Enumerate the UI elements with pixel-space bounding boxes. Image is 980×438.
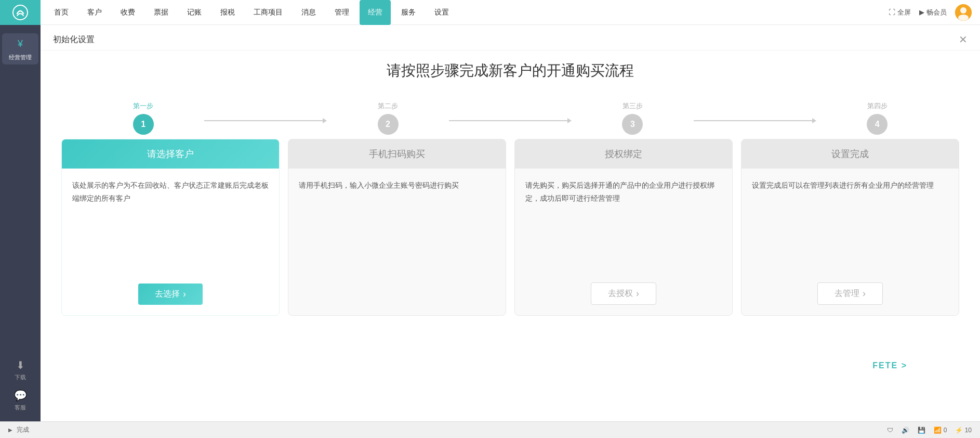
- yuan-icon: ¥: [13, 37, 28, 51]
- top-nav-right: ⛶ 全屏 ▶ 畅会员: [889, 4, 980, 21]
- nav-items: 首页 客户 收费 票据 记账 报税 工商项目 消息 管理 经营 服务 设置: [41, 0, 889, 25]
- card2-footer: [288, 299, 506, 315]
- step4-label: 第四步: [867, 101, 888, 111]
- card-2: 手机扫码购买 请用手机扫码，输入小微企业主账号密码进行购买: [288, 139, 506, 316]
- sidebar-item-label: 经营管理: [9, 54, 32, 61]
- fete-banner: FETE >: [872, 361, 907, 370]
- fullscreen-button[interactable]: ⛶ 全屏: [889, 8, 911, 17]
- content-area: 请按照步骤完成新客户的开通购买流程 第一步 1 第二步 2: [41, 50, 980, 416]
- card4-body: 设置完成后可以在管理列表进行所有企业用户的经营管理: [741, 169, 959, 276]
- card3-header: 授权绑定: [515, 139, 732, 169]
- nav-service[interactable]: 服务: [393, 0, 424, 25]
- steps-row: 第一步 1 第二步 2 第三步 3: [61, 101, 959, 139]
- card4-header: 设置完成: [741, 139, 959, 169]
- card4-btn-label: 去管理: [835, 288, 859, 299]
- step1-label: 第一步: [133, 101, 153, 111]
- card3-btn-arrow: ›: [636, 288, 639, 299]
- card1-btn-arrow: ›: [183, 289, 186, 300]
- sidebar-service[interactable]: 💬 客服: [2, 387, 38, 413]
- step3-label: 第三步: [623, 101, 643, 111]
- fete-text: FETE >: [872, 361, 907, 370]
- card1-button[interactable]: 去选择 ›: [138, 284, 203, 305]
- signal-icon: 📶 0: [934, 427, 947, 434]
- sidebar-download[interactable]: ⬇ 下载: [2, 357, 38, 383]
- step-2: 第二步 2: [327, 101, 449, 135]
- sound-icon: 🔊: [902, 427, 909, 434]
- status-label: 完成: [17, 426, 29, 434]
- save-icon: 💾: [918, 427, 925, 434]
- main-title: 请按照步骤完成新客户的开通购买流程: [61, 61, 959, 81]
- arrow-2: [449, 118, 571, 123]
- nav-home[interactable]: 首页: [46, 0, 77, 25]
- step3-circle: 3: [622, 114, 643, 135]
- bottom-bar-right: 🛡 🔊 💾 📶 0 ⚡ 10: [887, 427, 972, 434]
- card1-footer: 去选择 ›: [62, 277, 279, 315]
- card2-body: 请用手机扫码，输入小微企业主账号密码进行购买: [288, 169, 506, 299]
- page-title: 初始化设置: [53, 34, 95, 45]
- shield-icon: 🛡: [887, 427, 893, 434]
- card4-btn-arrow: ›: [863, 288, 866, 299]
- sidebar-bottom: ⬇ 下载 💬 客服: [0, 357, 41, 421]
- nav-message[interactable]: 消息: [293, 0, 324, 25]
- top-navigation: 首页 客户 收费 票据 记账 报税 工商项目 消息 管理 经营 服务 设置 ⛶ …: [0, 0, 980, 25]
- download-icon: ⬇: [16, 359, 25, 371]
- arrow-1: [204, 118, 326, 123]
- page-header: 初始化设置 ✕: [41, 25, 980, 50]
- card1-header: 请选择客户: [62, 139, 279, 169]
- card-3: 授权绑定 请先购买，购买后选择开通的产品中的企业用户进行授权绑定，成功后即可进行…: [514, 139, 733, 316]
- fullscreen-icon: ⛶: [889, 8, 895, 16]
- nav-settings[interactable]: 设置: [426, 0, 457, 25]
- nav-bill[interactable]: 票据: [145, 0, 177, 25]
- main-content: 初始化设置 ✕ 请按照步骤完成新客户的开通购买流程 第一步 1 第二步 2: [41, 25, 980, 421]
- card3-btn-label: 去授权: [608, 288, 633, 299]
- step4-circle: 4: [867, 114, 888, 135]
- step1-circle: 1: [133, 114, 154, 135]
- sidebar-item-operation-management[interactable]: ¥ 经营管理: [2, 33, 38, 65]
- card4-footer: 去管理 ›: [741, 276, 959, 315]
- card2-header: 手机扫码购买: [288, 139, 506, 169]
- card4-button[interactable]: 去管理 ›: [817, 282, 883, 305]
- card-4: 设置完成 设置完成后可以在管理列表进行所有企业用户的经营管理 去管理 ›: [741, 139, 959, 316]
- bottom-bar-left: ▶ 完成: [8, 426, 29, 434]
- play-icon: ▶: [919, 8, 924, 16]
- svg-point-2: [960, 7, 966, 14]
- step-4: 第四步 4: [816, 101, 938, 135]
- close-button[interactable]: ✕: [959, 33, 968, 46]
- nav-manage[interactable]: 管理: [326, 0, 357, 25]
- sidebar: ¥ 经营管理 ⬇ 下载 💬 客服: [0, 25, 41, 421]
- card1-btn-label: 去选择: [155, 289, 180, 300]
- nav-fee[interactable]: 收费: [112, 0, 143, 25]
- card3-footer: 去授权 ›: [515, 276, 732, 315]
- power-icon: ⚡ 10: [955, 427, 972, 434]
- nav-customer[interactable]: 客户: [79, 0, 110, 25]
- nav-accounting[interactable]: 记账: [179, 0, 210, 25]
- arrow-3: [694, 118, 816, 123]
- bottom-bar: ▶ 完成 🛡 🔊 💾 📶 0 ⚡ 10: [0, 421, 980, 438]
- card-1: 请选择客户 该处展示的客户为不在回收站、客户状态正常建账后完成老板端绑定的所有客…: [61, 139, 280, 316]
- cards-container: 请选择客户 该处展示的客户为不在回收站、客户状态正常建账后完成老板端绑定的所有客…: [61, 139, 959, 316]
- step-1: 第一步 1: [82, 101, 204, 135]
- member-button[interactable]: ▶ 畅会员: [919, 8, 947, 17]
- nav-tax[interactable]: 报税: [212, 0, 243, 25]
- nav-business-project[interactable]: 工商项目: [245, 0, 291, 25]
- step2-label: 第二步: [378, 101, 398, 111]
- card3-body: 请先购买，购买后选择开通的产品中的企业用户进行授权绑定，成功后即可进行经营管理: [515, 169, 732, 276]
- step2-circle: 2: [378, 114, 399, 135]
- nav-operation[interactable]: 经营: [360, 0, 391, 25]
- service-icon: 💬: [14, 389, 27, 402]
- card3-button[interactable]: 去授权 ›: [591, 282, 656, 305]
- card1-body: 该处展示的客户为不在回收站、客户状态正常建账后完成老板端绑定的所有客户: [62, 169, 279, 277]
- svg-point-0: [13, 5, 28, 20]
- play-status-icon: ▶: [8, 427, 12, 433]
- avatar[interactable]: [955, 4, 972, 21]
- svg-point-3: [958, 15, 969, 21]
- logo[interactable]: [0, 0, 41, 25]
- step-3: 第三步 3: [572, 101, 694, 135]
